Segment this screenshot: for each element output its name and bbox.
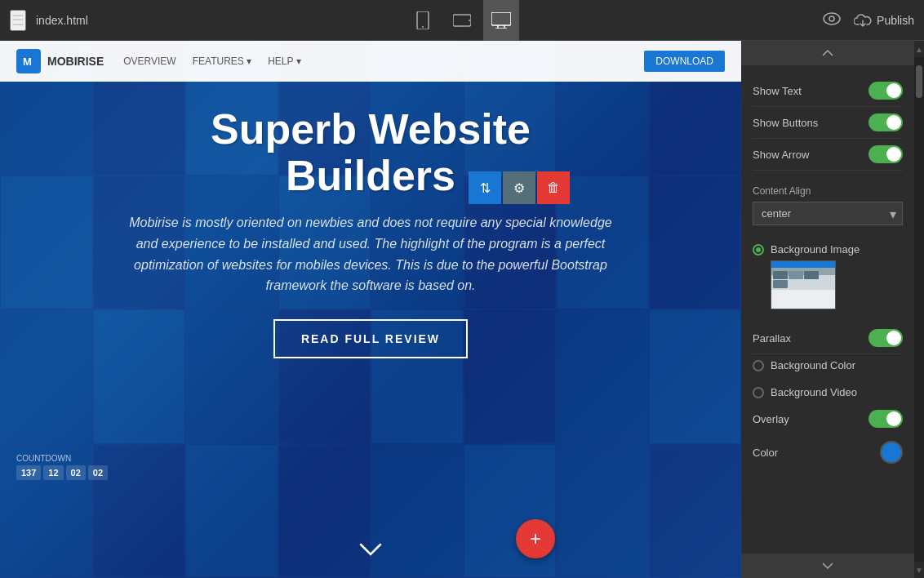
color-label: Color <box>753 447 778 459</box>
svg-rect-2 <box>453 15 471 26</box>
scroll-arrow[interactable] <box>358 539 383 562</box>
color-swatch[interactable] <box>880 441 903 464</box>
nav-download-button[interactable]: DOWNLOAD <box>644 51 725 72</box>
hero-section: M MOBIRISE OVERVIEW FEATURES ▾ HELP ▾ DO… <box>0 41 741 578</box>
background-image-radio[interactable] <box>753 244 764 256</box>
svg-rect-4 <box>491 12 511 25</box>
background-color-label: Background Color <box>771 359 855 371</box>
overlay-row: Overlay <box>753 403 903 434</box>
show-buttons-row: Show Buttons <box>753 107 903 139</box>
overlay-toggle[interactable] <box>868 410 903 428</box>
background-video-row: Background Video <box>753 381 903 403</box>
move-icon: ⇅ <box>480 180 491 196</box>
publish-label: Publish <box>877 14 914 27</box>
background-video-label: Background Video <box>771 386 857 398</box>
overlay-label: Overlay <box>753 413 789 425</box>
show-arrow-label: Show Arrow <box>753 149 809 161</box>
inner-nav: M MOBIRISE OVERVIEW FEATURES ▾ HELP ▾ DO… <box>0 41 741 82</box>
nav-link-overview[interactable]: OVERVIEW <box>123 56 175 67</box>
cloud-icon <box>854 13 872 28</box>
desktop-device-button[interactable] <box>483 0 519 41</box>
gear-icon: ⚙ <box>513 180 525 196</box>
count-days: 137 <box>16 465 41 480</box>
scrollbar-down-arrow[interactable]: ▼ <box>914 562 924 578</box>
background-color-row: Background Color <box>753 354 903 376</box>
svg-point-8 <box>824 13 840 24</box>
content-align-select[interactable]: center left right <box>753 202 903 225</box>
publish-button[interactable]: Publish <box>854 13 914 28</box>
content-align-section: Content Align center left right <box>753 171 903 232</box>
background-color-radio[interactable] <box>753 360 764 371</box>
nav-logo: M MOBIRISE <box>16 49 104 73</box>
delete-section-button[interactable]: 🗑 <box>537 171 570 204</box>
add-section-fab[interactable]: + <box>516 519 555 558</box>
preview-button[interactable] <box>823 11 841 29</box>
parallax-row: Parallax <box>753 322 903 354</box>
brand-name: MOBIRISE <box>47 55 104 68</box>
settings-section-button[interactable]: ⚙ <box>503 171 535 204</box>
canvas-area: M MOBIRISE OVERVIEW FEATURES ▾ HELP ▾ DO… <box>0 41 741 578</box>
parallax-label: Parallax <box>753 332 791 345</box>
trash-icon: 🗑 <box>547 180 560 195</box>
count-seconds: 02 <box>88 465 108 480</box>
main-area: M MOBIRISE OVERVIEW FEATURES ▾ HELP ▾ DO… <box>0 41 924 578</box>
show-text-toggle[interactable] <box>868 82 903 100</box>
countdown-label: COUNTDOWN <box>16 454 108 463</box>
background-image-label: Background Image <box>771 243 860 256</box>
right-panel: Show Text Show Buttons Show Arrow Conten… <box>741 41 914 578</box>
svg-point-1 <box>422 26 424 28</box>
background-image-thumbnail[interactable] <box>771 260 836 309</box>
logo-icon: M <box>16 49 41 73</box>
parallax-toggle[interactable] <box>868 329 903 347</box>
countdown-area: COUNTDOWN 137 12 02 02 <box>16 454 108 480</box>
show-buttons-toggle[interactable] <box>868 113 903 131</box>
tablet-device-button[interactable] <box>444 0 480 41</box>
panel-body: Show Text Show Buttons Show Arrow Conten… <box>741 65 914 554</box>
background-image-section: Background Image <box>753 232 903 322</box>
scrollbar-up-arrow[interactable]: ▲ <box>914 41 924 57</box>
background-video-radio[interactable] <box>753 387 764 398</box>
mobile-device-button[interactable] <box>405 0 441 41</box>
nav-link-help[interactable]: HELP ▾ <box>268 56 300 67</box>
svg-text:M: M <box>23 56 32 68</box>
filename: index.html <box>36 14 88 27</box>
nav-link-features[interactable]: FEATURES ▾ <box>193 56 251 67</box>
panel-scroll-up-button[interactable] <box>741 41 914 65</box>
menu-icon[interactable]: ☰ <box>10 10 26 31</box>
background-image-row: Background Image <box>753 238 903 260</box>
count-minutes: 02 <box>66 465 86 480</box>
scrollbar-thumb[interactable] <box>916 65 922 98</box>
right-scrollbar: ▲ ▼ <box>914 41 924 578</box>
count-hours: 12 <box>43 465 63 480</box>
section-toolbar: ⇅ ⚙ 🗑 <box>469 171 570 204</box>
show-arrow-row: Show Arrow <box>753 139 903 171</box>
nav-links: OVERVIEW FEATURES ▾ HELP ▾ <box>123 56 300 67</box>
color-row: Color <box>753 434 903 470</box>
count-boxes: 137 12 02 02 <box>16 465 108 480</box>
show-arrow-toggle[interactable] <box>868 145 903 163</box>
show-text-row: Show Text <box>753 75 903 107</box>
topbar: ☰ index.html <box>0 0 924 41</box>
panel-scroll-down-button[interactable] <box>741 554 914 578</box>
content-align-select-wrapper: center left right <box>753 202 903 225</box>
move-section-button[interactable]: ⇅ <box>469 171 501 204</box>
show-buttons-label: Show Buttons <box>753 117 818 129</box>
hero-cta-button[interactable]: READ FULL REVIEW <box>273 319 468 358</box>
show-text-label: Show Text <box>753 85 802 97</box>
scrollbar-track <box>914 57 924 562</box>
svg-point-9 <box>829 16 834 21</box>
svg-point-3 <box>469 20 470 21</box>
hero-subtitle: Mobirise is mostly oriented on newbies a… <box>126 212 615 296</box>
content-align-label: Content Align <box>753 177 903 202</box>
hero-content: Superb Website Builders Mobirise is most… <box>93 82 648 358</box>
